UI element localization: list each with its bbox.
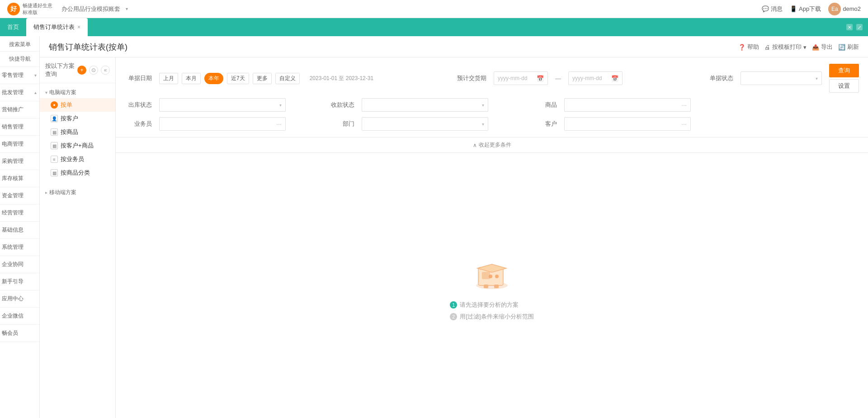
tab-home[interactable]: 首页 — [0, 18, 26, 36]
refresh-btn[interactable]: 🔄 刷新 — [838, 43, 859, 51]
scheme-item-cat-icon: ▦ — [51, 169, 58, 176]
sidebar-item-ecommerce[interactable]: 电商管理 — [0, 136, 39, 153]
scheme-item-cg-icon: ▦ — [51, 142, 58, 149]
scheme-item-icon: ● — [51, 101, 58, 109]
payment-status-label: 收款状态 — [327, 101, 354, 109]
print-icon: 🖨 — [764, 44, 770, 51]
content-area: 销售订单统计表(按单) ❓ 帮助 🖨 按模板打印 ▾ 📤 导出 🔄 刷新 — [40, 36, 868, 418]
message-btn[interactable]: 💬 消息 — [762, 5, 783, 13]
tab-sales-order[interactable]: 销售订单统计表 × — [26, 18, 88, 36]
date-btn-last-month[interactable]: 上月 — [159, 73, 178, 84]
date-to-input[interactable]: yyyy-mm-dd 📅 — [568, 71, 623, 85]
download-icon: 📱 — [790, 5, 797, 12]
sidebar-item-marketing[interactable]: 营销推广 — [0, 101, 39, 119]
svg-rect-2 — [482, 272, 490, 279]
top-bar-left: 好 畅捷通好生意 标准版 办公用品行业模拟账套 ▾ — [7, 2, 128, 15]
ship-status-select[interactable]: ▾ — [159, 98, 286, 112]
sidebar-item-guide[interactable]: 新手引导 — [0, 273, 39, 290]
date-btn-this-year[interactable]: 本年 — [204, 73, 223, 84]
empty-state: 1 请先选择要分析的方案 2 用[过滤]条件来缩小分析范围 — [116, 153, 868, 418]
empty-tip-1: 1 请先选择要分析的方案 — [450, 301, 533, 309]
tip-num-1: 1 — [450, 301, 457, 309]
window-close-btn[interactable]: ✕ — [846, 24, 853, 30]
panels-container: 按以下方案查询 + ⊙ « ▾ 电脑端方案 ● 按单 👤 — [40, 57, 868, 418]
date-label: 单据日期 — [125, 74, 152, 82]
date-from-input[interactable]: yyyy-mm-dd 📅 — [494, 71, 548, 85]
filter-row-1: 单据日期 上月 本月 本年 近7天 更多 自定义 2023-01-01 至 20… — [125, 64, 859, 93]
sidebar-item-purchase[interactable]: 采购管理 — [0, 153, 39, 170]
date-btn-7days[interactable]: 近7天 — [227, 73, 249, 84]
query-btn[interactable]: 查询 — [829, 64, 859, 77]
scheme-collapse-btn[interactable]: « — [101, 66, 110, 75]
date-range-text: 2023-01-01 至 2023-12-31 — [310, 75, 373, 82]
sidebar-item-system[interactable]: 系统管理 — [0, 239, 39, 256]
dept-arrow: ▾ — [482, 122, 484, 127]
window-controls: ✕ ⤢ — [846, 24, 868, 30]
app-download-btn[interactable]: 📱 App下载 — [790, 5, 821, 13]
scheme-item-by-salesperson[interactable]: ≡ 按业务员 — [40, 152, 115, 166]
scheme-item-by-order[interactable]: ● 按单 — [40, 98, 115, 112]
help-btn[interactable]: ❓ 帮助 — [738, 43, 759, 51]
top-bar-right: 💬 消息 📱 App下载 Ea demo2 — [762, 3, 861, 15]
salesperson-select[interactable]: ··· — [159, 117, 286, 131]
sidebar-item-management[interactable]: 经营管理 — [0, 204, 39, 222]
app-title-dropdown-icon[interactable]: ▾ — [126, 6, 128, 11]
date-btn-this-month[interactable]: 本月 — [182, 73, 201, 84]
salesperson-dots-icon[interactable]: ··· — [276, 120, 282, 128]
scheme-section-desktop: ▾ 电脑端方案 ● 按单 👤 按客户 ▦ 按商品 — [40, 83, 115, 183]
window-maximize-btn[interactable]: ⤢ — [856, 24, 863, 30]
sidebar-search[interactable]: 搜索菜单 — [0, 36, 39, 52]
sidebar-item-member[interactable]: 畅会员 — [0, 325, 39, 342]
app-title: 办公用品行业模拟账套 — [61, 5, 120, 13]
date-btn-custom[interactable]: 自定义 — [275, 73, 300, 84]
scheme-item-by-category[interactable]: ▦ 按商品分类 — [40, 166, 115, 180]
doc-status-label: 单据状态 — [706, 74, 733, 82]
tab-close-btn[interactable]: × — [77, 24, 80, 30]
date-btn-group: 上月 本月 本年 近7天 更多 自定义 — [159, 73, 300, 84]
sidebar: 搜索菜单 快捷导航 零售管理 ▾ 批发管理 ▴ 营销推广 销售管理 电商管理 采… — [0, 36, 40, 418]
export-btn[interactable]: 📤 导出 — [812, 43, 833, 51]
scheme-item-by-customer-goods[interactable]: ▦ 按客户+商品 — [40, 139, 115, 152]
customer-dots-icon[interactable]: ··· — [681, 120, 687, 128]
empty-illustration — [465, 247, 519, 294]
doc-status-arrow-icon: ▾ — [816, 76, 818, 81]
sidebar-item-enterprise[interactable]: 企业协同 — [0, 256, 39, 273]
goods-select[interactable]: ··· — [564, 98, 691, 112]
scheme-edit-btn[interactable]: ⊙ — [89, 66, 98, 75]
expected-date-label: 预计交货期 — [457, 74, 486, 82]
date-btn-more[interactable]: 更多 — [253, 73, 272, 84]
filter-area: 单据日期 上月 本月 本年 近7天 更多 自定义 2023-01-01 至 20… — [116, 57, 868, 138]
print-btn[interactable]: 🖨 按模板打印 ▾ — [764, 43, 807, 51]
sidebar-item-wholesale[interactable]: 批发管理 ▴ — [0, 84, 39, 101]
scheme-section-title-mobile: ▸ 移动端方案 — [40, 187, 115, 198]
section-mobile-icon: ▸ — [45, 190, 47, 195]
doc-status-select[interactable]: ▾ — [741, 71, 822, 85]
help-icon: ❓ — [738, 44, 745, 51]
sidebar-item-apps[interactable]: 应用中心 — [0, 290, 39, 308]
empty-tip-2: 2 用[过滤]条件来缩小分析范围 — [450, 313, 533, 321]
sidebar-item-inventory[interactable]: 库存核算 — [0, 170, 39, 187]
logo-area: 好 畅捷通好生意 标准版 — [7, 2, 52, 15]
sidebar-item-sales[interactable]: 销售管理 — [0, 119, 39, 136]
payment-status-select[interactable]: ▾ — [362, 98, 488, 112]
sidebar-item-retail[interactable]: 零售管理 ▾ — [0, 67, 39, 84]
scheme-add-btn[interactable]: + — [77, 66, 86, 75]
collapse-bar[interactable]: ∧ 收起更多条件 — [116, 138, 868, 153]
sidebar-item-wechat[interactable]: 企业微信 — [0, 308, 39, 325]
settings-btn[interactable]: 设置 — [829, 79, 859, 93]
goods-dots-icon[interactable]: ··· — [681, 101, 687, 109]
dept-select[interactable]: ▾ — [362, 117, 488, 131]
scheme-item-customer-icon: 👤 — [51, 115, 58, 122]
print-dropdown-icon: ▾ — [803, 44, 807, 51]
scheme-item-bar-icon: ≡ — [51, 156, 58, 163]
user-avatar-area[interactable]: Ea demo2 — [828, 3, 861, 15]
customer-select[interactable]: ··· — [564, 117, 691, 131]
scheme-item-by-goods[interactable]: ▦ 按商品 — [40, 125, 115, 139]
export-icon: 📤 — [812, 44, 819, 51]
scheme-item-by-customer[interactable]: 👤 按客户 — [40, 112, 115, 125]
sidebar-item-basic[interactable]: 基础信息 — [0, 222, 39, 239]
sidebar-item-finance[interactable]: 资金管理 — [0, 187, 39, 204]
sidebar-shortcut[interactable]: 快捷导航 — [0, 52, 39, 67]
svg-point-4 — [495, 275, 499, 278]
dept-label: 部门 — [327, 120, 354, 128]
